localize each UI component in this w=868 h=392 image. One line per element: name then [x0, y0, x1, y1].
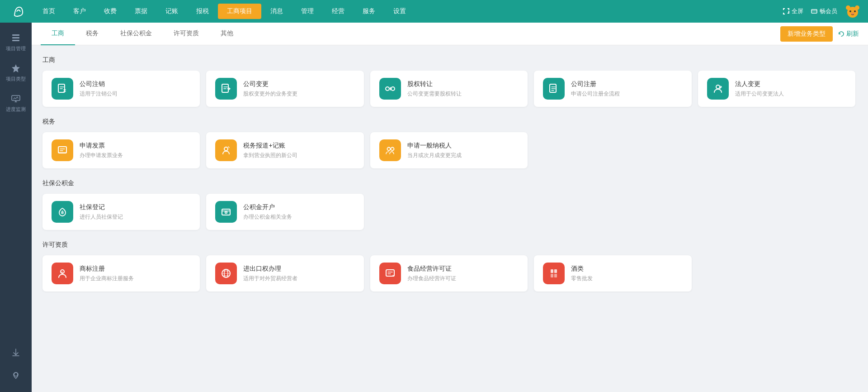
card-tax-report-accounting[interactable]: 税务报道+记账 拿到营业执照的新公司: [206, 132, 363, 168]
svg-rect-34: [551, 274, 553, 277]
card-title-equity-transfer: 股权转让: [407, 80, 462, 88]
sidebar-item-project-management[interactable]: 项目管理: [0, 27, 32, 57]
sidebar-download-button[interactable]: [0, 343, 32, 362]
card-desc-legal-change: 适用于公司变更法人: [735, 90, 784, 98]
cards-grid-license: R 商标注册 用于企业商标注册服务: [42, 255, 857, 292]
nav-home[interactable]: 首页: [33, 0, 64, 23]
card-icon-liquor: [543, 263, 565, 284]
tab-license[interactable]: 许可资质: [163, 23, 210, 45]
card-equity-transfer[interactable]: 股权转让 公司变更需要股权转让: [370, 71, 528, 107]
section-license: 许可资质 R 商标注册 用于企业商标注册服务: [42, 241, 857, 292]
nav-service[interactable]: 服务: [354, 0, 384, 23]
sidebar-item-project-type[interactable]: 项目类型: [0, 57, 32, 88]
svg-rect-7: [12, 34, 19, 36]
card-text-invoice-apply: 申请发票 办理申请发票业务: [80, 142, 123, 159]
card-company-register[interactable]: 公司注册 申请公司注册全流程: [534, 71, 691, 107]
card-icon-social-register: [52, 201, 73, 223]
svg-point-3: [855, 5, 859, 10]
svg-point-18: [716, 85, 720, 89]
nav-message[interactable]: 消息: [261, 0, 292, 23]
section-title-business: 工商: [42, 56, 857, 64]
card-icon-food-license: [379, 263, 401, 284]
refresh-button[interactable]: 刷新: [838, 30, 859, 38]
card-desc-equity-transfer: 公司变更需要股权转让: [407, 90, 462, 98]
fullscreen-button[interactable]: 全屏: [783, 7, 803, 15]
card-desc-tax-report-accounting: 拿到营业执照的新公司: [243, 152, 297, 159]
card-text-equity-transfer: 股权转让 公司变更需要股权转让: [407, 80, 462, 98]
svg-rect-32: [551, 269, 553, 273]
card-legal-change[interactable]: 法人变更 适用于公司变更法人: [698, 71, 855, 107]
card-icon-invoice-apply: [52, 139, 73, 161]
card-import-export[interactable]: 进出口权办理 适用于对外贸易经营者: [206, 255, 363, 292]
nav-manage[interactable]: 管理: [292, 0, 323, 23]
tab-tax[interactable]: 税务: [75, 23, 109, 45]
card-text-company-register: 公司注册 申请公司注册全流程: [571, 80, 620, 98]
section-title-license: 许可资质: [42, 241, 857, 249]
svg-rect-19: [58, 147, 66, 153]
svg-point-22: [387, 148, 390, 151]
card-icon-general-taxpayer: [379, 139, 401, 161]
main-layout: 项目管理 项目类型 进度监测: [0, 23, 868, 392]
card-icon-trademark: R: [52, 263, 73, 284]
nav-items: 首页 客户 收费 票据 记账 报税 工商项目 消息 管理 经营 服务 设置: [33, 0, 783, 23]
card-text-trademark: 商标注册 用于企业商标注册服务: [80, 265, 134, 282]
card-icon-company-change: [215, 78, 237, 100]
card-title-invoice-apply: 申请发票: [80, 142, 123, 150]
vip-button[interactable]: 畅会员: [811, 7, 837, 15]
card-title-social-register: 社保登记: [80, 203, 123, 211]
sidebar-item-progress-monitor[interactable]: 进度监测: [0, 88, 32, 118]
card-general-taxpayer[interactable]: 申请一般纳税人 当月或次月成变更完成: [370, 132, 528, 168]
card-title-tax-report-accounting: 税务报道+记账: [243, 142, 297, 150]
card-title-legal-change: 法人变更: [735, 80, 784, 88]
card-title-general-taxpayer: 申请一般纳税人: [407, 142, 462, 150]
nav-settings[interactable]: 设置: [384, 0, 415, 23]
card-text-legal-change: 法人变更 适用于公司变更法人: [735, 80, 784, 98]
nav-fee[interactable]: 收费: [95, 0, 126, 23]
svg-rect-14: [222, 84, 228, 92]
nav-accounting[interactable]: 记账: [156, 0, 187, 23]
nav-bill[interactable]: 票据: [126, 0, 156, 23]
tab-business[interactable]: 工商: [41, 23, 75, 45]
card-company-cancel[interactable]: 公司注销 适用于注销公司: [42, 71, 200, 107]
star-icon: [10, 63, 21, 74]
svg-text:R: R: [61, 271, 63, 274]
nav-tax-report[interactable]: 报税: [187, 0, 218, 23]
card-text-general-taxpayer: 申请一般纳税人 当月或次月成变更完成: [407, 142, 462, 159]
card-title-import-export: 进出口权办理: [243, 265, 297, 273]
tab-social-security[interactable]: 社保公积金: [109, 23, 163, 45]
svg-point-21: [224, 147, 228, 151]
card-icon-tax-report-accounting: [215, 139, 237, 161]
card-desc-invoice-apply: 办理申请发票业务: [80, 152, 123, 159]
card-invoice-apply[interactable]: 申请发票 办理申请发票业务: [42, 132, 200, 168]
nav-customer[interactable]: 客户: [64, 0, 95, 23]
card-title-company-cancel: 公司注销: [80, 80, 118, 88]
card-food-license[interactable]: 食品经营许可证 办理食品经营许可证: [370, 255, 528, 292]
add-type-button[interactable]: 新增业务类型: [780, 26, 833, 42]
card-desc-company-register: 申请公司注册全流程: [571, 90, 620, 98]
svg-rect-11: [12, 96, 20, 100]
svg-point-2: [846, 5, 850, 10]
card-liquor[interactable]: 酒类 零售批发: [534, 255, 691, 292]
card-text-food-license: 食品经营许可证 办理食品经营许可证: [407, 265, 456, 282]
card-provident-fund[interactable]: 公积金开户 办理公积金相关业务: [206, 194, 363, 230]
card-title-food-license: 食品经营许可证: [407, 265, 456, 273]
card-text-tax-report-accounting: 税务报道+记账 拿到营业执照的新公司: [243, 142, 297, 159]
card-icon-equity-transfer: [379, 78, 401, 100]
card-trademark[interactable]: R 商标注册 用于企业商标注册服务: [42, 255, 200, 292]
nav-business[interactable]: 工商项目: [218, 4, 261, 19]
svg-rect-0: [811, 10, 817, 13]
nav-operation[interactable]: 经营: [323, 0, 354, 23]
tab-other[interactable]: 其他: [210, 23, 244, 45]
card-title-company-register: 公司注册: [571, 80, 620, 88]
card-company-change[interactable]: 公司变更 股权变更外的业务变更: [206, 71, 363, 107]
sidebar-location-button[interactable]: [0, 366, 32, 385]
card-desc-trademark: 用于企业商标注册服务: [80, 275, 134, 282]
svg-rect-17: [550, 84, 556, 92]
svg-point-26: [226, 212, 226, 213]
card-icon-provident-fund: [215, 201, 237, 223]
card-social-register[interactable]: 社保登记 进行人员社保登记: [42, 194, 200, 230]
scroll-content: 工商 公司注销 适用于注销公司: [32, 45, 868, 392]
monitor-icon: [10, 93, 21, 104]
nav-right-actions: 全屏 畅会员: [783, 3, 861, 19]
section-title-tax: 税务: [42, 118, 857, 126]
